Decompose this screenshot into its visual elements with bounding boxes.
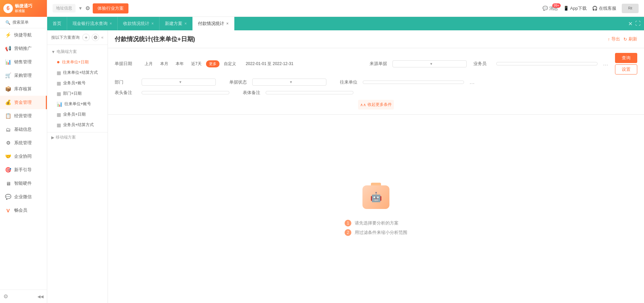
scheme-label-staff-date: 业务员+日期 — [63, 112, 86, 117]
sidebar-item-wechat[interactable]: 💬 企业微信 — [0, 190, 47, 204]
header-note-label: 表头备注 — [115, 90, 135, 96]
export-btn[interactable]: ↑ 导出 — [608, 36, 620, 42]
source-select[interactable]: ▼ — [392, 60, 467, 67]
desktop-section-label: 电脑端方案 — [57, 49, 77, 55]
staff-input[interactable] — [496, 62, 597, 65]
date-btn-this-year[interactable]: 本年 — [173, 60, 187, 68]
message-badge: 99+ — [552, 3, 561, 8]
step-label-2: 用过滤条件来缩小分析范围 — [355, 230, 407, 236]
sidebar-item-vip[interactable]: V 畅会员 — [0, 204, 47, 217]
scheme-item-partner-date[interactable]: ● 往来单位+日期 — [47, 57, 108, 67]
nav-label: 基础信息 — [14, 126, 32, 132]
body-note-label: 表体备注 — [243, 90, 263, 96]
tab-home[interactable]: 首页 — [47, 17, 67, 30]
service-icon: 🎧 — [592, 6, 597, 11]
nav-icon-basic: 🗂 — [5, 126, 11, 133]
tab-payment-stats-close[interactable]: × — [226, 21, 229, 26]
step-num-1: 1 — [345, 220, 351, 226]
date-btn-custom[interactable]: 自定义 — [221, 60, 239, 68]
tab-bank-flow-label: 现金银行流水查询 — [72, 21, 108, 27]
tab-receipt-stats-close[interactable]: × — [151, 21, 154, 26]
filter-row-1: 单据日期 上月 本月 本年 近7天 更多 自定义 2022-01-01 至 20… — [115, 53, 637, 74]
mobile-section-title[interactable]: ▶ 移动端方案 — [47, 132, 108, 142]
empty-robot-icon: 🤖 — [359, 182, 393, 216]
collapse-filter-btn[interactable]: ∧∧ 收起更多条件 — [358, 100, 394, 110]
dept-select[interactable]: ▼ — [142, 79, 216, 86]
scheme-item-staff-settle[interactable]: ▦ 业务员+结算方式 — [47, 120, 108, 130]
nav-label: 智能硬件 — [14, 180, 32, 186]
footer-collapse-icon[interactable]: ◀◀ — [37, 294, 43, 299]
partner-dots[interactable]: … — [469, 79, 475, 85]
tab-bank-flow-close[interactable]: × — [110, 21, 112, 26]
header-note-input[interactable] — [142, 91, 229, 94]
tab-new-scheme-close[interactable]: × — [184, 21, 187, 26]
service-group[interactable]: 🎧 在线客服 — [592, 5, 616, 11]
sidebar-item-operation[interactable]: 📋 经营管理 — [0, 109, 47, 123]
nav-label: 新手引导 — [14, 167, 32, 173]
nav-label: 经营管理 — [14, 113, 32, 119]
sidebar-item-basic[interactable]: 🗂 基础信息 — [0, 123, 47, 136]
tab-bank-flow[interactable]: 现金银行流水查询 × — [67, 17, 118, 30]
sidebar-item-cooperation[interactable]: 🤝 企业协同 — [0, 150, 47, 163]
sidebar-item-purchase[interactable]: 🛒 采购管理 — [0, 69, 47, 82]
doc-status-label: 单据状态 — [229, 79, 250, 85]
tab-payment-stats[interactable]: 付款情况统计 × — [193, 17, 234, 30]
scheme-settings-btn[interactable]: ⚙ — [92, 34, 99, 41]
date-btn-more[interactable]: 更多 — [206, 60, 219, 67]
maximize-icon[interactable]: ⛶ — [635, 21, 641, 27]
filter-area: 单据日期 上月 本月 本年 近7天 更多 自定义 2022-01-01 至 20… — [108, 48, 644, 115]
content-area: 按以下方案查询 + ⚙ « ▼ 电脑端方案 ● 往来单位+日期 ▦ — [47, 30, 644, 303]
partner-input[interactable] — [363, 81, 464, 84]
topbar-settings-icon[interactable]: ⚙ — [85, 5, 90, 11]
tab-new-scheme[interactable]: 新建方案 × — [159, 17, 193, 30]
sidebar-item-inventory[interactable]: 📦 库存核算 — [0, 82, 47, 96]
scheme-icon-partner-account: 📊 — [57, 101, 62, 107]
nav-label: 库存核算 — [14, 86, 32, 92]
doc-status-select[interactable]: ▼ — [252, 79, 326, 86]
sidebar-item-guide[interactable]: 🎯 新手引导 — [0, 163, 47, 177]
sidebar-item-sales[interactable]: 📊 销售管理 — [0, 55, 47, 69]
left-panel-actions: + ⚙ « — [82, 34, 104, 41]
sidebar-nav: ⚡ 快捷导航 📢 营销推广 📊 销售管理 🛒 采购管理 📦 库存核算 💰 资金管… — [0, 28, 47, 290]
add-scheme-btn[interactable]: + — [82, 34, 90, 41]
app-download-group[interactable]: 📱 App下载 — [563, 5, 587, 11]
topbar-dropdown-icon[interactable]: ▼ — [78, 6, 83, 11]
staff-dots[interactable]: … — [603, 61, 608, 67]
query-btn[interactable]: 查询 — [615, 53, 637, 63]
message-group[interactable]: 💬 消息 99+ — [543, 5, 558, 11]
refresh-btn[interactable]: ↻ 刷新 — [623, 36, 637, 42]
collapse-chevron-icon: ∧∧ — [360, 102, 366, 107]
scheme-item-staff-account[interactable]: ▦ 业务员+账号 — [47, 78, 108, 88]
tabbar: 首页 现金银行流水查询 × 收款情况统计 × 新建方案 × 付款情况统计 × ✕… — [47, 17, 644, 30]
message-icon: 💬 — [543, 6, 548, 11]
sidebar-item-hardware[interactable]: 🖥 智能硬件 — [0, 177, 47, 190]
scheme-item-dept-date[interactable]: ▦ 部门+日期 — [47, 88, 108, 99]
scheme-item-partner-account[interactable]: 📊 往来单位+账号 — [47, 99, 108, 109]
sidebar-item-system[interactable]: ⚙ 系统管理 — [0, 136, 47, 150]
sidebar-item-quick-nav[interactable]: ⚡ 快捷导航 — [0, 28, 47, 42]
date-btn-last-month[interactable]: 上月 — [142, 60, 156, 68]
close-all-icon[interactable]: ✕ — [628, 21, 633, 27]
date-btn-this-month[interactable]: 本月 — [157, 60, 171, 68]
date-btn-7days[interactable]: 近7天 — [188, 60, 205, 68]
mobile-section-label: 移动端方案 — [56, 134, 76, 140]
service-label: 在线客服 — [599, 5, 616, 11]
nav-label: 营销推广 — [14, 46, 32, 52]
user-avatar[interactable]: Rit — [622, 4, 639, 13]
sidebar-item-marketing[interactable]: 📢 营销推广 — [0, 42, 47, 55]
settings-btn[interactable]: 设置 — [615, 64, 637, 74]
left-panel-header: 按以下方案查询 + ⚙ « — [47, 30, 108, 45]
scheme-item-staff-date[interactable]: ▦ 业务员+日期 — [47, 109, 108, 120]
tab-receipt-stats[interactable]: 收款情况统计 × — [118, 17, 159, 30]
tabbar-actions: ✕ ⛶ — [625, 17, 644, 30]
trial-btn[interactable]: 体验行业方案 — [93, 3, 128, 13]
brand-name: 畅捷通巧 — [15, 3, 32, 9]
sidebar-item-capital[interactable]: 💰 资金管理 — [0, 96, 47, 109]
footer-settings-icon[interactable]: ⚙ — [3, 293, 8, 300]
brand-sub: 标准版 — [15, 9, 32, 13]
body-note-input[interactable] — [266, 91, 353, 94]
scheme-item-partner-settle[interactable]: ▦ 往来单位+结算方式 — [47, 67, 108, 78]
search-menu[interactable]: 🔍 搜索菜单 — [0, 17, 47, 28]
panel-collapse-btn[interactable]: « — [101, 35, 104, 40]
desktop-section-title[interactable]: ▼ 电脑端方案 — [47, 47, 108, 57]
